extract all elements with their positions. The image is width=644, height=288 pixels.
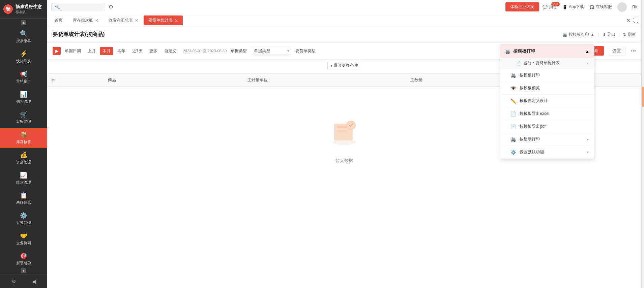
expand-down-icon: ▾	[330, 63, 332, 68]
dropdown-item-label-display-print: 按显示打印	[520, 136, 540, 142]
date-buttons: 上月 本月 本年 近7天 更多 自定义	[85, 47, 179, 55]
date-btn-last-month[interactable]: 上月	[85, 47, 98, 55]
message-btn[interactable]: 💬 消息 99+	[543, 4, 557, 10]
scroll-up-btn[interactable]: ▲	[21, 20, 26, 25]
sidebar-item-purchase[interactable]: 🛒 采购管理	[0, 107, 47, 128]
filter-expand-icon[interactable]: ▶	[53, 47, 61, 55]
dropdown-item-template-preview[interactable]: 👁️ 按模板预览	[500, 82, 594, 95]
app-download-label: App下载	[569, 4, 584, 10]
tab-collect-summary-close[interactable]: ✕	[135, 18, 138, 23]
tab-order-stats-close[interactable]: ✕	[175, 18, 178, 23]
sidebar-item-operation[interactable]: 📈 经营管理	[0, 168, 47, 188]
page-header: 要货单统计表(按商品) 🖨️ 按模板打印 ▲ 🖨️ 按模板打印	[47, 27, 641, 42]
version-label: 标准版	[16, 10, 42, 14]
dropdown-current-item[interactable]: 📄 当前：要货单统计表 ▾	[500, 58, 594, 69]
sidebar-label-search: 搜索菜单	[16, 38, 31, 43]
tab-home[interactable]: 首页	[50, 15, 67, 25]
col-unit: 主计量单位	[165, 74, 350, 87]
sidebar-item-inventory[interactable]: 📦 库存核算	[0, 128, 47, 148]
date-btn-custom[interactable]: 自定义	[162, 47, 179, 55]
dropdown-item-display-print[interactable]: 🖨️ 按显示打印 ▾	[500, 133, 594, 146]
sidebar-item-marketing[interactable]: 📢 营销推广	[0, 67, 47, 87]
sales-icon: 📊	[20, 91, 27, 98]
settings-btn[interactable]: 设置	[608, 46, 625, 56]
tab-inventory-batch-close[interactable]: ✕	[95, 18, 98, 23]
display-print-icon: 🖨️	[510, 137, 516, 142]
right-scrollbar[interactable]	[641, 0, 644, 288]
app-download-btn[interactable]: 📱 App下载	[562, 4, 584, 10]
display-print-arrow: ▾	[587, 137, 589, 142]
export-btn[interactable]: ⬇ 导出	[603, 32, 615, 37]
dropdown-item-template-print[interactable]: 🖨️ 按模板打印	[500, 69, 594, 82]
empty-text: 暂无数据	[335, 158, 353, 164]
tab-expand-icon[interactable]: ⛶	[633, 18, 639, 24]
more-options-icon[interactable]: •••	[631, 48, 636, 54]
col-settings[interactable]: ⚙	[47, 74, 59, 87]
separator-1: |	[598, 32, 599, 37]
date-btn-7days[interactable]: 近7天	[129, 47, 145, 55]
dropdown-item-label-template-print: 按模板打印	[520, 72, 540, 78]
inventory-icon: 📦	[20, 131, 27, 138]
avatar[interactable]	[617, 2, 627, 12]
date-range-display: 2023-06-01 至 2023-06-30	[183, 49, 227, 54]
order-type-select-wrapper: 单据类型	[251, 47, 291, 55]
scroll-down-btn[interactable]: ▼	[21, 268, 26, 273]
sidebar-item-guide[interactable]: 🎯 新手引导	[0, 249, 47, 266]
sidebar-item-finance[interactable]: 💰 资金管理	[0, 148, 47, 168]
col-settings-icon[interactable]: ⚙	[51, 78, 55, 83]
tab-inventory-batch[interactable]: 库存批次账 ✕	[68, 15, 103, 25]
search-box[interactable]: 🔍	[51, 3, 105, 11]
collapse-icon[interactable]: ◀	[32, 278, 36, 285]
print-template-btn[interactable]: 🖨️ 按模板打印 ▲	[562, 32, 594, 37]
tab-home-label: 首页	[55, 18, 63, 23]
sidebar-label-purchase: 采购管理	[16, 119, 31, 124]
sidebar-item-quick[interactable]: ⚡ 快捷导航	[0, 47, 47, 67]
sidebar-item-basic[interactable]: 📋 基础信息	[0, 188, 47, 209]
sidebar-label-system: 系统管理	[16, 220, 31, 225]
export-label: 导出	[607, 32, 615, 37]
dropdown-item-default-func[interactable]: ⚙️ 设置默认功能 ▾	[500, 146, 594, 159]
operation-icon: 📈	[20, 171, 27, 179]
expand-more-btn[interactable]: ▾ 展开更多条件	[327, 61, 361, 70]
sidebar-item-collab[interactable]: 🤝 企业协同	[0, 229, 47, 249]
online-service-btn[interactable]: 🎧 在线客服	[589, 4, 612, 10]
dropdown-item-template-design[interactable]: ✏️ 模板自定义设计	[500, 95, 594, 107]
template-excel-icon: 📄	[510, 111, 516, 117]
sidebar-label-guide: 新手引导	[16, 261, 31, 266]
dropdown-item-label-template-pdf: 按模板导出pdf	[520, 124, 546, 129]
dropdown-item-label-template-preview: 按模板预览	[520, 85, 540, 91]
print-dropdown: 🖨️ 按模板打印 ▲ 📄 当前：要货单统计表 ▾ 🖨️	[500, 44, 594, 159]
dropdown-title: 按模板打印	[513, 48, 535, 54]
template-preview-icon: 👁️	[510, 86, 516, 91]
dropdown-up-arrow[interactable]: ▲	[585, 49, 589, 54]
scrollbar-thumb[interactable]	[642, 87, 644, 107]
dropdown-item-template-excel[interactable]: 📄 按模板导出excel	[500, 107, 594, 120]
date-btn-more[interactable]: 更多	[147, 47, 160, 55]
sidebar-item-system[interactable]: ⚙️ 系统管理	[0, 209, 47, 229]
search-input[interactable]	[62, 5, 99, 9]
dropdown-item-label-default-func: 设置默认功能	[520, 149, 544, 155]
sidebar-item-search[interactable]: 🔍 搜索菜单	[0, 27, 47, 47]
sidebar-label-sales: 销售管理	[16, 99, 31, 104]
order-subtype-label: 要货单类型	[295, 48, 316, 54]
print-label: 按模板打印	[569, 32, 589, 37]
dropdown-print-icon: 🖨️	[505, 49, 510, 54]
order-type-select[interactable]: 单据类型	[251, 47, 291, 55]
print-dropdown-arrow: ▲	[590, 32, 594, 37]
date-btn-this-year[interactable]: 本年	[115, 47, 128, 55]
expand-label: 展开更多条件	[334, 63, 358, 68]
settings-icon[interactable]: ⚙	[11, 278, 16, 285]
dropdown-item-template-pdf[interactable]: 📄 按模板导出pdf	[500, 120, 594, 133]
sidebar-label-quick: 快捷导航	[16, 59, 31, 64]
tab-order-stats[interactable]: 要货单统计表 ✕	[144, 15, 183, 25]
collab-icon: 🤝	[20, 232, 27, 239]
date-filter-label: 单据日期	[65, 48, 81, 54]
sidebar-item-sales[interactable]: 📊 销售管理	[0, 87, 47, 107]
date-btn-this-month[interactable]: 本月	[100, 47, 113, 55]
topbar-gear-icon[interactable]: ⚙	[109, 4, 113, 10]
experience-btn[interactable]: 体验行业方案	[505, 2, 539, 11]
guide-icon: 🎯	[20, 252, 27, 260]
tab-collect-summary[interactable]: 收发存汇总表 ✕	[104, 15, 143, 25]
refresh-btn[interactable]: ↻ 刷新	[623, 32, 636, 37]
tab-close-all-icon[interactable]: ✕	[626, 17, 631, 24]
